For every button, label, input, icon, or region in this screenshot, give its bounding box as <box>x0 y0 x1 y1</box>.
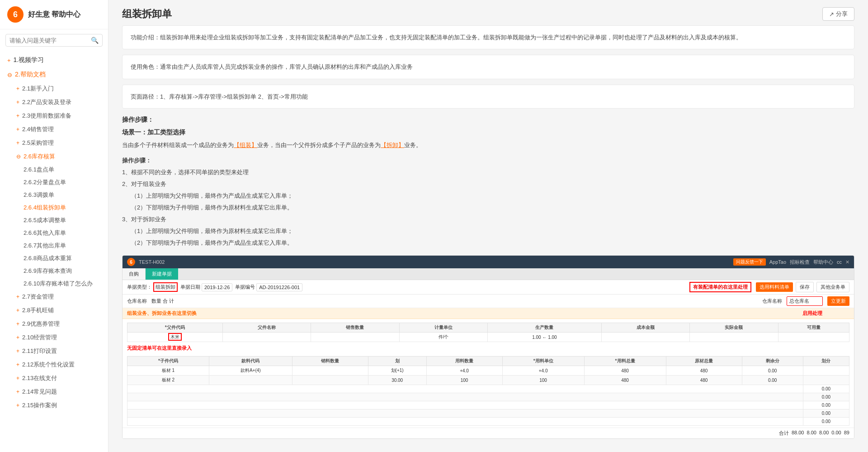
sidebar-item-video[interactable]: + 1.视频学习 <box>0 53 108 67</box>
plus-icon-2-8: + <box>16 307 19 314</box>
ss-col-raw-total: 原材总量 <box>666 357 742 366</box>
label-2-15: 2.15操作案例 <box>22 401 57 409</box>
nav-tree: + 1.视频学习 ⊖ 2.帮助文档 + 2.1新手入门 + 2.2产品安装及登录… <box>0 51 108 414</box>
sidebar-item-2-6-4[interactable]: 2.6.4组装拆卸单 <box>16 201 108 214</box>
td-c3 <box>292 366 368 376</box>
label-2-3: 2.3使用前数据准备 <box>22 112 71 120</box>
sidebar-item-2-13[interactable]: + 2.13在线支付 <box>9 371 108 385</box>
ss-total-val4: 0.00 <box>831 430 841 437</box>
ss-col-use-total: *用料总量 <box>584 357 666 366</box>
role-intro-block: 使用角色：通常由生产人员或库管人员完成拆装业务的操作，库管人员确认原材料的出库和… <box>122 55 854 79</box>
sidebar-item-docs[interactable]: ⊖ 2.帮助文档 <box>0 67 108 82</box>
screenshot-container: 6 TEST-H002 问题反馈一下 AppTao 招标检查 帮助中心 cc ✕… <box>122 255 854 439</box>
plus-icon-2-1: + <box>16 86 19 92</box>
sidebar-item-2-6-9[interactable]: 2.6.9库存账本查询 <box>16 265 108 277</box>
sidebar-item-2-10[interactable]: + 2.10经营管理 <box>9 331 108 344</box>
search-input[interactable] <box>9 37 91 44</box>
sidebar-item-2-6-10[interactable]: 2.6.10库存账本错了怎么办 <box>16 277 108 290</box>
highlight-assemble: 【组装】 <box>234 142 257 148</box>
td-sales-qty <box>311 333 400 342</box>
label-2-2: 2.2产品安装及登录 <box>22 98 71 106</box>
ss-sub-form: 仓库名称 数量 合 计 仓库名称 总仓库名 立更新 <box>123 295 854 308</box>
sidebar-item-2-6-2[interactable]: 2.6.2分量盘点单 <box>16 176 108 189</box>
ss-col-cost-amt: 成本金额 <box>601 323 690 333</box>
sidebar-item-2-11[interactable]: + 2.11打印设置 <box>9 344 108 358</box>
step2-1: （1）上部明细为父件明细，最终作为产成品生成某它入库单； <box>122 190 854 202</box>
ss-feedback-badge: 问题反馈一下 <box>733 258 766 266</box>
sidebar-item-2-2[interactable]: + 2.2产品安装及登录 <box>9 95 108 109</box>
sidebar-item-2-12[interactable]: + 2.12系统个性化设置 <box>9 358 108 371</box>
td-e7-10: 0.00 <box>803 418 849 426</box>
sidebar-item-2-9[interactable]: + 2.9优惠券管理 <box>9 317 108 331</box>
ss-no-input[interactable]: AD-20191226-001 <box>256 283 302 291</box>
plus-icon-2-14: + <box>16 389 19 395</box>
label-2-9: 2.9优惠券管理 <box>22 320 60 328</box>
ss-total-val1: 88.00 <box>792 430 804 437</box>
plus-icon-2-12: + <box>16 362 19 368</box>
ss-close-icon[interactable]: ✕ <box>845 259 849 265</box>
ss-col-unit: 计量单位 <box>399 323 488 333</box>
plus-icon-2-2: + <box>16 99 19 105</box>
td-r2c9: 0.00 <box>742 376 803 385</box>
operations-title: 操作步骤： <box>122 116 854 124</box>
td-c8: 480 <box>666 366 742 376</box>
sidebar-item-2-6-3[interactable]: 2.6.3调拨单 <box>16 189 108 201</box>
sidebar-title: 好生意 帮助中心 <box>28 10 80 19</box>
td-c10 <box>803 366 849 376</box>
td-r2c1: 板材 2 <box>127 376 209 385</box>
sidebar-item-2-1[interactable]: + 2.1新手入门 <box>9 82 108 95</box>
ss-col-sales-mat: 销料数量 <box>292 357 368 366</box>
td-c2: 款料A+(4) <box>209 366 292 376</box>
sidebar-item-2-14[interactable]: + 2.14常见问题 <box>9 385 108 399</box>
ss-wh-label: 仓库名称 <box>127 298 147 305</box>
label-2-6: 2.6库存核算 <box>24 152 55 161</box>
share-label: 分享 <box>836 10 848 18</box>
ss-total-val5: 89 <box>844 430 849 437</box>
ss-help: 帮助中心 <box>813 259 833 266</box>
ss-btn-save[interactable]: 保存 <box>796 282 814 292</box>
search-icon[interactable]: 🔍 <box>91 37 99 44</box>
sidebar-item-2-6-6[interactable]: 2.6.6其他入库单 <box>16 227 108 239</box>
ss-btn-template[interactable]: 选用料料清单 <box>756 282 793 292</box>
sidebar-item-2-6-7[interactable]: 2.6.7其他出库单 <box>16 239 108 252</box>
ss-bottom-row: 合计 88.00 8.00 8.00 0.00 89 <box>123 428 854 438</box>
ss-date-field: 单据日期 2019-12-26 <box>180 283 232 291</box>
sidebar-item-2-7[interactable]: + 2.7资金管理 <box>9 290 108 304</box>
sidebar-item-2-6-5[interactable]: 2.6.5成本调整单 <box>16 214 108 227</box>
ss-tab-new[interactable]: 新建单据 <box>146 268 178 280</box>
ss-lower-table: *子件代码 款料代码 销料数量 划 用料数量 *用料单位 *用料总量 原材总量 … <box>127 356 849 426</box>
ss-wh-input[interactable]: 总仓库名 <box>787 296 823 306</box>
ss-orange-bar: 组装业务、拆卸业务在这里切换 启用处理 <box>123 308 854 319</box>
td-r2c2 <box>209 376 292 385</box>
sidebar-item-2-15[interactable]: + 2.15操作案例 <box>9 399 108 412</box>
highlight-disassemble: 【拆卸】 <box>381 142 404 148</box>
share-button[interactable]: ↗ 分享 <box>822 7 854 21</box>
table-row: 0.00 <box>127 385 849 393</box>
td-parent-code-val: 木米 <box>168 333 182 341</box>
plus-icon-2-5: + <box>16 140 19 146</box>
search-box[interactable]: 🔍 <box>5 34 103 47</box>
plus-icon-2-10: + <box>16 334 19 341</box>
ss-type-value: 组装拆卸 <box>153 282 178 292</box>
sidebar-item-2-6[interactable]: ⊖ 2.6库存核算 <box>9 150 108 163</box>
label-2-5: 2.5采购管理 <box>22 139 54 147</box>
ss-tab-zigou[interactable]: 自购 <box>123 268 146 280</box>
ss-col-remain: 剩余分 <box>742 357 803 366</box>
ss-confirm-btn[interactable]: 立更新 <box>827 296 849 306</box>
ss-upper-table: *父件代码 父件名称 销售数量 计量单位 生产数量 成本金额 实际金额 可用量 <box>127 323 849 342</box>
sidebar-item-2-6-8[interactable]: 2.6.8商品成本重算 <box>16 252 108 265</box>
td-avail <box>778 333 849 342</box>
sidebar-item-2-8[interactable]: + 2.8手机旺铺 <box>9 304 108 317</box>
sidebar-item-2-3[interactable]: + 2.3使用前数据准备 <box>9 109 108 123</box>
td-unit: 件/个 <box>399 333 488 342</box>
ss-btn-other[interactable]: 其他业务单 <box>816 282 849 292</box>
ss-total-val3: 8.00 <box>819 430 829 437</box>
sidebar-item-2-6-1[interactable]: 2.6.1盘点单 <box>16 163 108 176</box>
plus-icon-2-13: + <box>16 375 19 381</box>
sidebar-item-2-4[interactable]: + 2.4销售管理 <box>9 123 108 136</box>
td-actual-amt <box>690 333 778 342</box>
ss-date-input[interactable]: 2019-12-26 <box>202 283 232 291</box>
ss-wh-input-label: 仓库名称 <box>762 298 782 305</box>
sidebar-item-2-5[interactable]: + 2.5采购管理 <box>9 136 108 150</box>
td-e3-10: 0.00 <box>803 385 849 393</box>
